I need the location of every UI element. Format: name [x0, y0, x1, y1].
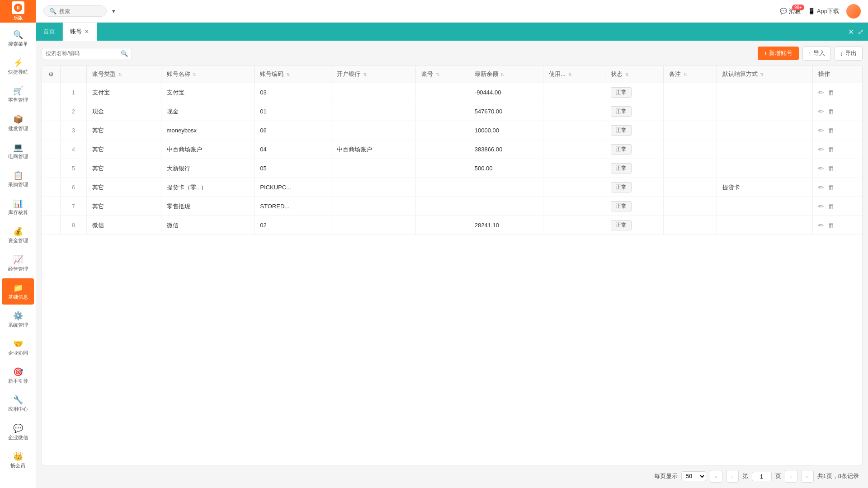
header-search-box[interactable]: 🔍: [43, 5, 107, 17]
sidebar-item-shortcut[interactable]: ⚡快捷导航: [2, 53, 34, 80]
sidebar-item-operations[interactable]: 📈经营管理: [2, 250, 34, 277]
sidebar-menu: 🔍搜索菜单⚡快捷导航🛒零售管理📦批发管理💻电商管理📋采购管理📊库存核算💰资金管理…: [0, 23, 36, 488]
app-logo: 乐版: [0, 0, 36, 23]
messages-button[interactable]: 💬 消息 99+: [780, 7, 801, 15]
edit-button[interactable]: ✏: [818, 221, 824, 230]
edit-button[interactable]: ✏: [818, 145, 824, 154]
th-account[interactable]: 账号 ⇅: [416, 66, 469, 83]
th-code[interactable]: 账号编码 ⇅: [255, 66, 331, 83]
page-number-input[interactable]: [752, 472, 772, 481]
sidebar-item-vip[interactable]: 👑畅会员: [2, 447, 34, 473]
row-name: 微信: [161, 216, 255, 235]
header-left: 🔍 ▾: [43, 5, 115, 17]
import-button[interactable]: ↑ 导入: [802, 46, 831, 61]
toolbar-right: + 新增账号 ↑ 导入 ↓ 导出: [758, 46, 863, 61]
user-avatar[interactable]: [846, 4, 861, 19]
last-page-button[interactable]: »: [801, 470, 814, 483]
delete-button[interactable]: 🗑: [828, 202, 835, 210]
delete-button[interactable]: 🗑: [828, 127, 835, 134]
edit-button[interactable]: ✏: [818, 108, 824, 116]
first-page-button[interactable]: «: [710, 470, 722, 483]
row-actions: ✏ 🗑: [812, 159, 862, 178]
th-default-payment[interactable]: 默认结算方式 ⇅: [717, 66, 812, 83]
th-balance[interactable]: 最新余额 ⇅: [469, 66, 543, 83]
row-index: 8: [60, 216, 87, 235]
sidebar-item-new_guide[interactable]: 🎯新手引导: [2, 362, 34, 389]
row-actions: ✏ 🗑: [812, 102, 862, 121]
sidebar-item-finance[interactable]: 💰资金管理: [2, 222, 34, 248]
row-note: [664, 140, 717, 159]
nav-dropdown[interactable]: ▾: [112, 8, 115, 14]
header-search-input[interactable]: [59, 8, 101, 14]
th-name[interactable]: 账号名称 ⇅: [161, 66, 255, 83]
table-row: 3 其它 moneybosx 06 10000.00 正常 ✏ 🗑: [42, 121, 862, 140]
th-type[interactable]: 账号类型 ⇅: [87, 66, 161, 83]
next-page-button[interactable]: ›: [785, 470, 797, 483]
tab-accounts[interactable]: 账号✕: [63, 23, 97, 41]
edit-button[interactable]: ✏: [818, 127, 824, 135]
row-usage: [543, 178, 605, 197]
row-account: [416, 159, 469, 178]
row-balance: 500.00: [469, 159, 543, 178]
menu-icon-inventory: 📊: [13, 198, 23, 208]
table-search-input[interactable]: [46, 50, 118, 56]
row-name: 现金: [161, 102, 255, 121]
th-status[interactable]: 状态 ⇅: [605, 66, 664, 83]
delete-button[interactable]: 🗑: [828, 183, 835, 191]
th-bank[interactable]: 开户银行 ⇅: [331, 66, 416, 83]
sidebar-item-search[interactable]: 🔍搜索菜单: [2, 25, 34, 52]
row-usage: [543, 102, 605, 121]
prev-page-button[interactable]: ‹: [726, 470, 739, 483]
sidebar-item-retail[interactable]: 🛒零售管理: [2, 81, 34, 108]
sidebar-item-purchase[interactable]: 📋采购管理: [2, 166, 34, 192]
th-note[interactable]: 备注 ⇅: [664, 66, 717, 83]
add-account-button[interactable]: + 新增账号: [758, 47, 799, 60]
app-download-button[interactable]: 📱 App下载: [808, 7, 839, 15]
sidebar-item-inventory[interactable]: 📊库存核算: [2, 194, 34, 220]
th-usage[interactable]: 使用... ⇅: [543, 66, 605, 83]
sidebar-item-system[interactable]: ⚙️系统管理: [2, 306, 34, 333]
tab-label-home: 首页: [43, 28, 55, 36]
sidebar-item-wholesale[interactable]: 📦批发管理: [2, 110, 34, 136]
row-code: 06: [255, 121, 331, 140]
tab-expand-icon[interactable]: ⤢: [858, 28, 863, 36]
edit-button[interactable]: ✏: [818, 164, 824, 173]
row-type: 支付宝: [87, 83, 161, 102]
row-index: 4: [60, 140, 87, 159]
edit-button[interactable]: ✏: [818, 183, 824, 192]
app-download-label: App下载: [817, 7, 839, 15]
row-bank: [331, 216, 416, 235]
sidebar-item-enterprise_wechat[interactable]: 💬企业微信: [2, 419, 34, 445]
sidebar-item-ecommerce[interactable]: 💻电商管理: [2, 138, 34, 164]
tab-close-accounts[interactable]: ✕: [85, 28, 89, 35]
sidebar-item-basic_info[interactable]: 📁基础信息: [2, 278, 34, 305]
delete-button[interactable]: 🗑: [828, 221, 835, 229]
table-search-box[interactable]: 🔍: [42, 48, 132, 59]
message-icon: 💬: [780, 8, 787, 14]
menu-icon-search: 🔍: [13, 30, 23, 40]
export-button[interactable]: ↓ 导出: [835, 46, 863, 61]
delete-button[interactable]: 🗑: [828, 145, 835, 153]
row-status: 正常: [605, 83, 664, 102]
delete-button[interactable]: 🗑: [828, 164, 835, 172]
pagination: 每页显示 50 20 100 « ‹ 第 页 › » 共1页，8条记录: [42, 465, 863, 483]
row-num: [42, 121, 60, 140]
edit-button[interactable]: ✏: [818, 89, 824, 97]
row-name: 提货卡（零...）: [161, 178, 255, 197]
tab-close-icon[interactable]: ✕: [848, 28, 854, 36]
tab-home[interactable]: 首页: [36, 23, 63, 41]
per-page-select[interactable]: 50 20 100: [681, 471, 706, 481]
delete-button[interactable]: 🗑: [828, 108, 835, 115]
th-action: 操作: [812, 66, 862, 83]
row-status: 正常: [605, 216, 664, 235]
row-account: [416, 102, 469, 121]
row-usage: [543, 216, 605, 235]
sidebar-item-app_center[interactable]: 🔧应用中心: [2, 390, 34, 417]
th-gear[interactable]: ⚙: [42, 66, 60, 83]
delete-button[interactable]: 🗑: [828, 89, 835, 96]
tab-label-accounts: 账号: [70, 28, 82, 36]
sidebar-item-enterprise_agreement[interactable]: 🤝企业协同: [2, 334, 34, 361]
edit-button[interactable]: ✏: [818, 202, 824, 211]
menu-icon-system: ⚙️: [13, 311, 23, 321]
row-actions: ✏ 🗑: [812, 178, 862, 197]
